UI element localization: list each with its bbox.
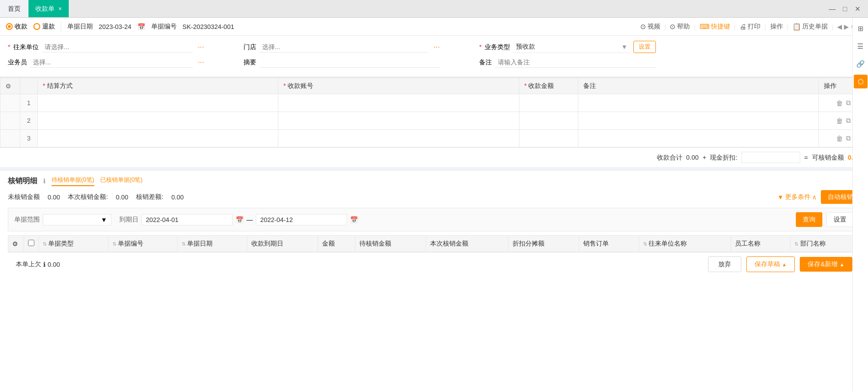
staff-input[interactable] bbox=[30, 57, 193, 68]
biz-type-select[interactable]: 预收款 ▼ bbox=[513, 41, 630, 53]
hexiao-info-icon[interactable]: ℹ bbox=[43, 177, 46, 185]
gear-icon[interactable]: ⚙ bbox=[5, 83, 11, 90]
date-to-input[interactable] bbox=[256, 214, 347, 225]
tab-done[interactable]: 已核销单据(0笔) bbox=[100, 176, 143, 186]
amount-input-1[interactable] bbox=[519, 94, 578, 112]
tab-bar: 首页 收款单 × — □ ✕ bbox=[0, 0, 868, 18]
settle-input-1[interactable] bbox=[38, 94, 278, 112]
footer-info: 本单上欠 ℹ 0.00 bbox=[16, 260, 60, 269]
bianhao-label: 单据编号 bbox=[151, 22, 177, 31]
date-from-input[interactable] bbox=[141, 214, 233, 225]
minimize-button[interactable]: — bbox=[828, 4, 837, 13]
current-label: 本次核销金额: bbox=[68, 193, 108, 201]
amount-input-3[interactable] bbox=[519, 130, 578, 147]
summary-input[interactable] bbox=[259, 57, 440, 68]
copy-icon-2[interactable]: ⧉ bbox=[846, 116, 851, 125]
date-to-calendar-icon[interactable]: 📅 bbox=[350, 216, 358, 223]
select-all-checkbox[interactable] bbox=[28, 240, 34, 246]
toolbar-right: ⊙ 视频 | ⊙ 帮助 | ⌨ 快捷键 | 🖨 打印 | 操作 | bbox=[640, 22, 862, 31]
unchecked-label: 未核销金额 bbox=[8, 193, 40, 201]
row-3-amount[interactable] bbox=[519, 130, 578, 147]
video-btn[interactable]: ⊙ 视频 bbox=[640, 22, 660, 31]
row-3-account[interactable] bbox=[278, 130, 519, 147]
help-btn[interactable]: ⊙ 帮助 bbox=[670, 22, 690, 31]
row-2-settle[interactable] bbox=[38, 112, 278, 130]
radio-shoukuan-label: 收款 bbox=[15, 22, 27, 31]
settings-button[interactable]: 设置 bbox=[633, 41, 656, 53]
th-staff: 员工名称 bbox=[731, 236, 790, 252]
amount-input-2[interactable] bbox=[519, 112, 578, 129]
row-3-note[interactable] bbox=[578, 130, 818, 147]
delete-icon-2[interactable]: 🗑 bbox=[836, 117, 843, 125]
maximize-button[interactable]: □ bbox=[841, 4, 849, 13]
print-btn[interactable]: 🖨 打印 bbox=[739, 22, 760, 31]
nav-prev-icon[interactable]: ◀ bbox=[837, 23, 842, 30]
sort-icon-date[interactable]: ⇅ bbox=[182, 241, 186, 247]
sidebar-table-icon[interactable]: ⊞ bbox=[854, 22, 868, 35]
staff-more-btn[interactable]: ··· bbox=[198, 58, 204, 67]
data-table: ⚙ * 结算方式 * 收款账号 * 收款金额 备注 bbox=[0, 78, 868, 147]
range-select[interactable]: ▼ bbox=[43, 214, 111, 225]
gear-icon-bottom[interactable]: ⚙ bbox=[12, 240, 18, 248]
partner-input[interactable] bbox=[42, 42, 193, 53]
more-conditions-btn[interactable]: ▼ 更多条件 ∧ bbox=[777, 193, 817, 201]
sort-icon-partner[interactable]: ⇅ bbox=[643, 241, 647, 247]
radio-tuikuan[interactable]: 退款 bbox=[33, 22, 55, 31]
account-input-2[interactable] bbox=[278, 112, 518, 129]
tab-home[interactable]: 首页 bbox=[0, 0, 28, 17]
row-1-note[interactable] bbox=[578, 94, 818, 112]
history-btn[interactable]: 📋 历史单据 bbox=[792, 22, 828, 31]
sort-icon-dept[interactable]: ⇅ bbox=[794, 241, 798, 247]
biz-type-field: * 业务类型 预收款 ▼ 设置 bbox=[479, 41, 656, 53]
date-from-calendar-icon[interactable]: 📅 bbox=[236, 216, 244, 223]
diff-label: 核销差额: bbox=[136, 193, 163, 201]
delete-icon-3[interactable]: 🗑 bbox=[836, 135, 843, 142]
note-input[interactable] bbox=[495, 57, 656, 68]
nav-next-icon[interactable]: ▶ bbox=[844, 23, 849, 30]
th-account: * 收款账号 bbox=[278, 78, 519, 94]
store-input[interactable] bbox=[259, 42, 429, 53]
tab-close-icon[interactable]: × bbox=[58, 5, 62, 12]
ops-btn[interactable]: 操作 bbox=[770, 22, 783, 31]
row-1-amount[interactable] bbox=[519, 94, 578, 112]
row-1-settle[interactable] bbox=[38, 94, 278, 112]
account-input-1[interactable] bbox=[278, 94, 518, 112]
copy-icon-3[interactable]: ⧉ bbox=[846, 134, 851, 142]
store-more-btn[interactable]: ··· bbox=[434, 43, 440, 52]
row-2-amount[interactable] bbox=[519, 112, 578, 130]
shortcut-btn[interactable]: ⌨ 快捷键 bbox=[700, 22, 730, 31]
close-button[interactable]: ✕ bbox=[853, 4, 862, 13]
radio-shoukuan[interactable]: 收款 bbox=[6, 22, 27, 31]
row-1-account[interactable] bbox=[278, 94, 519, 112]
partner-more-btn[interactable]: ··· bbox=[198, 43, 204, 52]
tab-active[interactable]: 收款单 × bbox=[28, 0, 69, 17]
sidebar-link-icon[interactable]: 🔗 bbox=[854, 57, 868, 71]
row-3-settle[interactable] bbox=[38, 130, 278, 147]
copy-icon-1[interactable]: ⧉ bbox=[846, 99, 851, 107]
sidebar-list-icon[interactable]: ☰ bbox=[854, 39, 868, 53]
discount-input[interactable] bbox=[741, 152, 800, 163]
calendar-icon[interactable]: 📅 bbox=[137, 23, 145, 30]
row-2-account[interactable] bbox=[278, 112, 519, 130]
delete-icon-1[interactable]: 🗑 bbox=[836, 99, 843, 107]
note-input-3[interactable] bbox=[578, 130, 818, 147]
save-draft-btn[interactable]: 保存草稿 ▲ bbox=[746, 256, 795, 272]
row-2-note[interactable] bbox=[578, 112, 818, 130]
discard-btn[interactable]: 放弃 bbox=[708, 256, 741, 272]
footer-info-icon[interactable]: ℹ bbox=[43, 261, 46, 268]
summary-field: 摘要 bbox=[244, 57, 440, 68]
account-input-3[interactable] bbox=[278, 130, 518, 147]
query-btn[interactable]: 查询 bbox=[796, 212, 822, 227]
save-new-btn[interactable]: 保存&新增 ▲ bbox=[800, 257, 852, 272]
sort-icon-number[interactable]: ⇅ bbox=[112, 241, 116, 247]
settle-input-2[interactable] bbox=[38, 112, 278, 129]
partner-label: 往来单位 bbox=[13, 43, 39, 52]
settle-input-3[interactable] bbox=[38, 130, 278, 147]
note-input-1[interactable] bbox=[578, 94, 818, 112]
note-input-2[interactable] bbox=[578, 112, 818, 129]
set-btn[interactable]: 设置 bbox=[826, 212, 854, 227]
sort-icon-type[interactable]: ⇅ bbox=[43, 241, 47, 247]
sidebar-screen-icon[interactable]: ⬡ bbox=[854, 75, 868, 88]
tab-pending[interactable]: 待核销单据(0笔) bbox=[52, 176, 94, 186]
hexiao-section: 核销明细 ℹ 待核销单据(0笔) 已核销单据(0笔) 未核销金额 0.00 本次… bbox=[0, 167, 868, 391]
